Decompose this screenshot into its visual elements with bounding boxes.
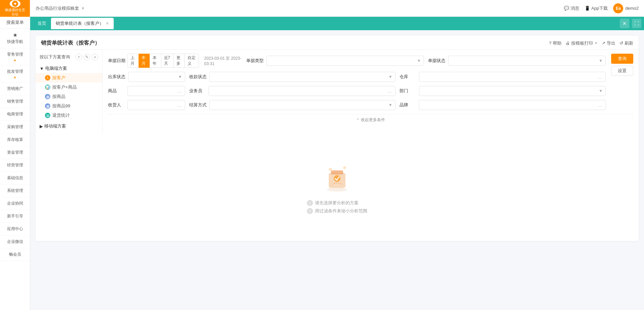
sidebar-item-newbie[interactable]: 新手引导 [0,210,30,223]
scheme-item-by-customer[interactable]: 人 按客户 [36,73,102,83]
refresh-label: 刷新 [625,40,633,46]
sidebar-item-finance[interactable]: 资金管理 [0,146,30,159]
filter-item-brand: 品牌 … [399,100,606,110]
refresh-btn[interactable]: ↺ 刷新 [620,40,633,46]
sidebar-item-ecommerce[interactable]: 电商管理 [0,108,30,121]
print-icon: 🖨 [566,41,570,46]
filter-item-department: 部门 ▼ [399,86,606,96]
brand-label: 品牌 [399,102,416,108]
tab-fullscreen-btn[interactable]: ⛶ [632,19,641,28]
doc-status-label: 单据状态 [428,58,445,64]
scheme-collapse-btn[interactable]: « [92,54,98,60]
receipt-status-arrow: ▼ [388,74,392,79]
date-tab-7days[interactable]: 近7天 [161,54,174,68]
sidebar-item-wholesale[interactable]: 批发管理 ▲ [0,65,30,83]
tab-close-all-btn[interactable]: ✕ [620,19,629,28]
export-btn[interactable]: ↗ 导出 [602,40,615,46]
sidebar-item-inventory[interactable]: 库存核算 [0,134,30,146]
scheme-add-btn[interactable]: + [75,54,82,60]
quick-nav-icon: ★ [13,32,17,38]
app-name-label: 畅捷通好生意 [5,8,25,12]
product-control[interactable]: … [127,86,185,96]
purchase-label: 采购管理 [7,124,23,130]
scheme-item-by-product[interactable]: ▦ 按商品 [36,92,102,101]
page-title: 销货单统计表（按客户） [41,40,100,47]
sidebar-item-wechat[interactable]: 企业微信 [0,236,30,248]
sidebar-item-member[interactable]: 畅会员 [0,248,30,261]
scheme-edit-btn[interactable]: ✎ [84,54,90,60]
app-download-btn[interactable]: 📱 App下载 [585,5,608,11]
message-btn[interactable]: 💬 消息 [564,5,579,11]
tab-home[interactable]: 首页 [33,18,51,29]
content-card: 销货单统计表（按客户） ? 帮助 🖨 按模板打印 ▼ ↗ 导出 [36,36,639,241]
query-button[interactable]: 查询 [611,54,633,64]
settlement-control[interactable]: ▼ [209,100,395,110]
scheme-panel-actions: + ✎ « [75,54,98,60]
empty-icon [320,161,354,195]
scheme-group-pc-header[interactable]: ▼ 电脑端方案 [36,64,102,73]
export-label: 导出 [607,40,615,46]
sidebar-search[interactable]: 搜索菜单 [0,17,30,29]
avatar-initials: Ea [616,6,621,11]
product-label: 商品 [108,88,125,94]
print-dropdown-icon: ▼ [594,41,598,45]
out-status-control[interactable]: ▼ [128,72,185,82]
doc-status-control[interactable]: ▼ [448,56,606,66]
pc-group-label: 电脑端方案 [45,65,67,71]
sidebar-item-quick-nav[interactable]: ★ 快捷导航 [0,29,30,48]
app-logo: 畅捷通好生意 标版 [0,0,30,17]
scheme-item-by-product-99[interactable]: ▦ 按商品99 [36,101,102,111]
out-status-label: 出库状态 [108,74,125,80]
date-tab-last-month[interactable]: 上月 [127,54,139,68]
basic-label: 基础信息 [7,175,23,181]
receipt-status-control[interactable]: ▼ [209,72,395,82]
help-btn[interactable]: ? 帮助 [549,40,561,46]
tab-close-btn[interactable]: ✕ [106,21,109,26]
sidebar-item-purchase[interactable]: 采购管理 [0,121,30,134]
collapse-bar[interactable]: ⌃ 收起更多条件 [108,114,633,125]
tab-sales-stats[interactable]: 销货单统计表（按客户） ✕ [51,18,114,29]
setting-button[interactable]: 设置 [611,66,633,76]
scheme-item-by-customer-product[interactable]: 📊 按客户+商品 [36,83,102,92]
filter-item-date: 单据日期 上月 本月 本年 近7天 更多 自定义 [108,54,242,68]
sidebar-item-sales[interactable]: 销售管理 [0,95,30,108]
user-menu[interactable]: Ea demo2 [613,3,639,13]
department-control[interactable]: ▼ [419,86,606,96]
pc-group-arrow: ▼ [40,66,44,71]
by-product-99-icon: ▦ [45,103,50,109]
date-tab-this-month[interactable]: 本月 [139,54,150,68]
filter-item-out-status: 出库状态 ▼ [108,72,185,82]
recipient-dots: … [177,103,182,108]
header-left: 办公用品行业模拟账套 ▾ [36,5,84,11]
tab-bar-actions: ✕ ⛶ [620,19,641,28]
filter-out-row: 出库状态 ▼ 收款状态 ▼ [108,72,606,82]
date-tab-this-year[interactable]: 本年 [150,54,161,68]
breadcrumb-arrow: ▾ [82,6,84,11]
filter-item-salesperson: 业务员 … [189,86,395,96]
header-right: 💬 消息 📱 App下载 Ea demo2 [564,3,639,13]
collapse-up-icon: ⌃ [356,118,360,122]
scheme-panel: 按以下方案查询 + ✎ « ▼ 电脑端方案 [36,50,103,134]
salesperson-control[interactable]: … [209,86,395,96]
doc-type-control[interactable]: ▼ [266,56,424,66]
sidebar-item-enterprise[interactable]: 企业协同 [0,197,30,210]
sidebar-item-basic[interactable]: 基础信息 [0,172,30,185]
brand-control[interactable]: … [419,100,606,110]
page-header-actions: ? 帮助 🖨 按模板打印 ▼ ↗ 导出 ↺ 刷新 [549,40,633,46]
sidebar-item-operations[interactable]: 经营管理 [0,159,30,172]
message-icon: 💬 [564,6,569,11]
warehouse-control[interactable]: … [419,72,606,82]
sidebar-item-apps[interactable]: 应用中心 [0,223,30,236]
date-label: 单据日期 [108,58,125,64]
scheme-item-return-stats[interactable]: ▤ 退货统计 [36,111,102,120]
filter-item-warehouse: 仓库 … [399,72,606,82]
date-tab-more[interactable]: 更多 [173,54,184,68]
sidebar-item-retail[interactable]: 零售管理 ▲ [0,48,30,65]
sidebar-item-marketing[interactable]: 营销推广 [0,83,30,95]
print-btn[interactable]: 🖨 按模板打印 ▼ [566,40,598,46]
recipient-control[interactable]: … [127,100,185,110]
sidebar-item-system[interactable]: 系统管理 [0,185,30,197]
salesperson-dots: … [387,89,392,94]
date-tab-custom[interactable]: 自定义 [184,54,199,68]
scheme-group-mobile-header[interactable]: ▶ 移动端方案 [36,121,102,131]
